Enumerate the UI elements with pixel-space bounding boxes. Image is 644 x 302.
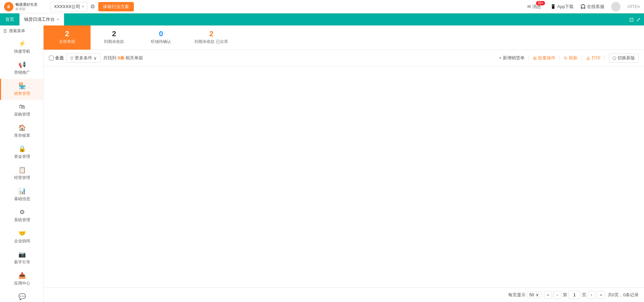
headset-icon: 🎧	[580, 4, 586, 9]
system-icon: ⚙	[19, 208, 25, 216]
sidebar-item-purchase[interactable]: 🛍 采购管理	[0, 100, 43, 121]
top-bar: 6 畅捷通好生意 标准版 XXXXXX公司 ▾ ⚙ 体验行业方案 ✉ 消息 99…	[0, 0, 644, 13]
add-sales-order-button[interactable]: + 新增销货单	[499, 55, 525, 61]
inventory-icon: 🏠	[18, 124, 26, 131]
sidebar-item-system[interactable]: ⚙ 系统管理	[0, 205, 43, 226]
company-dropdown-arrow: ▾	[82, 5, 84, 8]
trial-button[interactable]: 体验行业方案	[98, 2, 134, 11]
marketing-icon: 📢	[18, 61, 26, 68]
logo-area: 6 畅捷通好生意 标准版	[4, 2, 48, 11]
enterprise-icon: 🤝	[18, 230, 26, 237]
stat-label-overdue: 到期未收款	[104, 39, 124, 45]
filter-arrow-icon: ∨	[94, 56, 97, 61]
phone-icon: 📱	[550, 4, 556, 9]
toolbar-divider-2	[559, 55, 560, 61]
sidebar-item-finance[interactable]: 🔒 资金管理	[0, 142, 43, 163]
content-area: 2 全部单据 2 到期未收款 0 旺铺待确认 2 到期未收款 已出库 全选	[44, 25, 644, 302]
stat-card-shipped[interactable]: 2 到期未收款 已出库	[184, 25, 238, 50]
page-number-input[interactable]	[569, 291, 581, 299]
sidebar: ☰ 搜索菜单 ⚡ 快捷导航 📢 营销推广 🏪 销售管理 🛍 采购管理 🏠 库存核…	[0, 25, 44, 302]
first-page-button[interactable]: «	[544, 291, 552, 299]
total-info: 共0页，0条记录	[608, 292, 639, 298]
basic-info-icon: 📊	[18, 187, 26, 195]
next-page-button[interactable]: ›	[588, 291, 596, 299]
stat-card-overdue[interactable]: 2 到期未收款	[91, 25, 138, 50]
sidebar-item-basic-info[interactable]: 📊 基础信息	[0, 184, 43, 205]
toolbar: 全选 ▽ 更多条件 ∨ 共找到 0条 相关单据 + 新增销货单 ⊞ 批量操作	[44, 50, 644, 66]
stats-row: 2 全部单据 2 到期未收款 0 旺铺待确认 2 到期未收款 已出库	[44, 25, 644, 50]
page-size-select: 每页显示 50 ∨	[508, 291, 541, 298]
switch-icon: ⬡	[612, 56, 616, 61]
logo-text: 畅捷通好生意 标准版	[15, 2, 38, 11]
operation-icon: 📋	[18, 166, 26, 174]
select-all-checkbox[interactable]	[49, 56, 54, 60]
table-area	[44, 66, 644, 287]
page-navigation: « ‹ 第 页 › »	[544, 291, 605, 299]
stat-label-all: 全部单据	[59, 39, 75, 45]
found-count: 0条	[118, 55, 124, 60]
messages-badge: 99+	[536, 1, 545, 5]
sidebar-item-sales[interactable]: 🏪 销售管理	[0, 79, 43, 100]
tab-bar: 首页 钱货日清工作台 × ⊡ ⤢	[0, 13, 644, 25]
top-right-area: ✉ 消息 99+ 📱 App下载 🎧 在线客服 OfTEn	[527, 2, 640, 11]
tab-restore-button[interactable]: ⊡	[629, 16, 634, 23]
page-size-arrow: ∨	[536, 292, 539, 297]
prev-page-button[interactable]: ‹	[553, 291, 561, 299]
print-icon: 🖨	[586, 56, 590, 61]
search-menu-item[interactable]: ☰ 搜索菜单	[0, 25, 43, 37]
wecom-icon: 💬	[18, 293, 26, 300]
toolbar-divider-4	[604, 55, 605, 61]
sales-icon: 🏪	[18, 82, 26, 89]
sidebar-item-wecom[interactable]: 💬 企业微信	[0, 290, 43, 302]
main-layout: ☰ 搜索菜单 ⚡ 快捷导航 📢 营销推广 🏪 销售管理 🛍 采购管理 🏠 库存核…	[0, 25, 644, 302]
toolbar-divider-3	[582, 55, 582, 61]
stat-number-all: 2	[65, 29, 69, 38]
stat-card-all[interactable]: 2 全部单据	[44, 25, 91, 50]
finance-icon: 🔒	[18, 145, 26, 153]
sidebar-item-enterprise[interactable]: 🤝 企业协同	[0, 226, 43, 247]
tab-right-actions: ⊡ ⤢	[629, 13, 644, 25]
avatar[interactable]	[611, 2, 621, 11]
quick-nav-icon: ⚡	[18, 40, 26, 47]
switch-version-button[interactable]: ⬡ 切换新版	[609, 53, 639, 63]
beginner-icon: 📷	[18, 251, 26, 258]
last-page-button[interactable]: »	[597, 291, 605, 299]
tab-home[interactable]: 首页	[0, 13, 19, 25]
app-download-button[interactable]: 📱 App下载	[550, 4, 574, 10]
stat-card-pending[interactable]: 0 旺铺待确认	[138, 25, 184, 50]
sidebar-item-app-center[interactable]: 📥 应用中心	[0, 268, 43, 290]
batch-icon: ⊞	[533, 56, 537, 61]
search-icon: ☰	[3, 29, 7, 34]
online-service-button[interactable]: 🎧 在线客服	[580, 4, 604, 10]
tab-active[interactable]: 钱货日清工作台 ×	[19, 13, 64, 25]
batch-operation-button[interactable]: ⊞ 批量操作	[533, 55, 555, 61]
sidebar-item-beginner[interactable]: 📷 新手引导	[0, 247, 43, 268]
print-button[interactable]: 🖨 打印	[586, 55, 600, 61]
sidebar-item-marketing[interactable]: 📢 营销推广	[0, 58, 43, 79]
often-text: OfTEn	[627, 4, 640, 9]
tab-close-icon[interactable]: ×	[57, 17, 59, 22]
filter-button[interactable]: ▽ 更多条件 ∨	[66, 53, 101, 63]
pagination: 每页显示 50 ∨ « ‹ 第 页 › » 共0页，0条记录	[44, 287, 644, 302]
app-center-icon: 📥	[18, 272, 26, 279]
sidebar-item-quick-nav[interactable]: ⚡ 快捷导航	[0, 37, 43, 58]
sidebar-item-operation[interactable]: 📋 经营管理	[0, 163, 43, 184]
messages-button[interactable]: ✉ 消息 99+	[527, 4, 541, 10]
stat-number-shipped: 2	[209, 29, 213, 38]
toolbar-right: + 新增销货单 ⊞ 批量操作 ↻ 刷新 🖨 打印	[499, 53, 639, 63]
select-all-area[interactable]: 全选	[49, 55, 64, 61]
company-selector[interactable]: XXXXXX公司 ▾	[50, 2, 88, 11]
stat-label-pending: 旺铺待确认	[151, 39, 171, 45]
filter-icon: ▽	[70, 56, 73, 61]
tab-maximize-button[interactable]: ⤢	[636, 16, 641, 23]
found-text: 共找到 0条 相关单据	[103, 55, 143, 61]
settings-button[interactable]: ⚙	[90, 3, 95, 10]
stat-number-pending: 0	[159, 29, 163, 38]
refresh-button[interactable]: ↻ 刷新	[564, 55, 578, 61]
sidebar-item-inventory[interactable]: 🏠 库存核算	[0, 121, 43, 142]
toolbar-divider-1	[529, 55, 529, 61]
page-size-dropdown[interactable]: 50 ∨	[527, 291, 541, 298]
refresh-icon: ↻	[564, 56, 568, 61]
message-icon: ✉	[527, 4, 531, 9]
logo-icon: 6	[4, 2, 13, 11]
